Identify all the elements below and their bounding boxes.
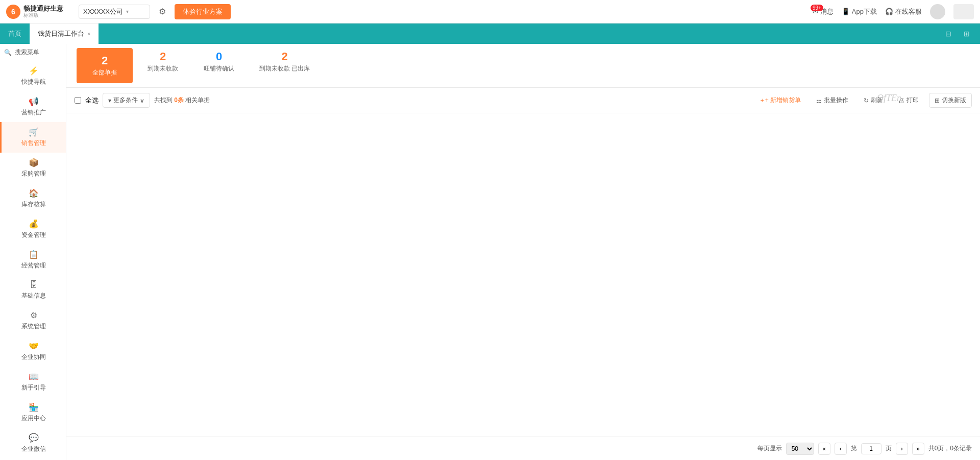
sidebar-item-xitong[interactable]: ⚙ 系统管理 — [0, 305, 66, 336]
batch-button[interactable]: ⚏ 批量操作 — [811, 93, 853, 107]
sidebar-item-xiaoshou[interactable]: 🛒 销售管理 — [0, 122, 66, 153]
prev-page-button[interactable]: ‹ — [835, 443, 847, 455]
prev-page-icon: ‹ — [840, 445, 842, 452]
phone-icon: 📱 — [842, 8, 850, 15]
table-area — [66, 113, 980, 437]
avatar[interactable] — [930, 4, 945, 19]
sidebar-search[interactable]: 🔍 搜索菜单 — [0, 44, 66, 61]
headset-icon: 🎧 — [885, 8, 893, 15]
sidebar-item-jichu[interactable]: 🗄 基础信息 — [0, 275, 66, 305]
sidebar-item-qiye[interactable]: 🤝 企业协同 — [0, 336, 66, 367]
page-size-select[interactable]: 50 100 200 — [786, 443, 814, 455]
house-icon: 🏠 — [29, 188, 39, 198]
stat-tab-wangpu[interactable]: 0 旺铺待确认 — [191, 44, 247, 87]
settings-button[interactable]: ⚙ — [154, 4, 170, 20]
tab-close-icon[interactable]: × — [87, 31, 90, 37]
content-area: 2 全部单据 2 到期未收款 0 旺铺待确认 2 到期未收款 已出库 — [66, 44, 980, 460]
page-suffix: 页 — [886, 444, 892, 453]
sidebar-label-kucun: 库存核算 — [21, 200, 46, 209]
chevron-down-icon: ▾ — [126, 9, 129, 14]
new-order-button[interactable]: + + 新增销货单 — [755, 93, 806, 107]
stats-tabs: 2 全部单据 2 到期未收款 0 旺铺待确认 2 到期未收款 已出库 — [66, 44, 980, 88]
tab-expand-button[interactable]: ⊞ — [960, 27, 974, 41]
sidebar-item-kucun[interactable]: 🏠 库存核算 — [0, 183, 66, 214]
stat-tab-all[interactable]: 2 全部单据 — [77, 48, 133, 83]
sidebar-item-caigou[interactable]: 📦 采购管理 — [0, 153, 66, 183]
next-page-button[interactable]: › — [896, 443, 908, 455]
database-icon: 🗄 — [30, 280, 38, 289]
plus-icon: + — [761, 97, 764, 104]
tab-home[interactable]: 首页 — [0, 23, 30, 44]
message-badge: 99+ — [811, 5, 823, 11]
megaphone-icon: 📢 — [29, 96, 39, 106]
header-right: ✉ 99+ 消息 📱 App下载 🎧 在线客服 — [813, 4, 974, 19]
sidebar-label-qiye: 企业协同 — [21, 353, 46, 361]
stat-tab-chuku[interactable]: 2 到期未收款 已出库 — [247, 44, 322, 87]
company-selector[interactable]: XXXXXX公司 ▾ — [79, 5, 150, 19]
first-page-button[interactable]: « — [818, 443, 830, 455]
page-input[interactable] — [861, 443, 881, 454]
page-label: 第 — [851, 444, 857, 453]
handshake-icon: 🤝 — [29, 341, 39, 351]
switch-version-button[interactable]: ⊞ 切换新版 — [929, 93, 972, 108]
toolbar-right: + + 新增销货单 ⚏ 批量操作 ↻ 刷新 🖨 打印 ⊞ 切换新版 — [755, 93, 972, 108]
tab-bar-actions: ⊟ ⊞ — [941, 27, 980, 41]
sidebar-item-weixin[interactable]: 💬 企业微信 — [0, 428, 66, 458]
sidebar-item-zijin[interactable]: 💰 资金管理 — [0, 214, 66, 245]
sidebar-item-kuaijie[interactable]: ⚡ 快捷导航 — [0, 61, 66, 91]
stat-label-all: 全部单据 — [92, 68, 117, 77]
sidebar-label-kuaijie: 快捷导航 — [21, 78, 46, 86]
select-all-checkbox[interactable] — [75, 97, 81, 104]
last-page-button[interactable]: » — [912, 443, 924, 455]
stat-count-all: 2 — [102, 54, 108, 67]
clipboard-icon: 📋 — [29, 250, 39, 259]
refresh-button[interactable]: ↻ 刷新 — [859, 93, 888, 107]
money-icon: 💰 — [29, 219, 39, 229]
filter-button[interactable]: ▾ 更多条件 ∨ — [103, 93, 150, 108]
service-label: 在线客服 — [895, 7, 922, 16]
service-button[interactable]: 🎧 在线客服 — [885, 7, 922, 16]
logo-text: 畅捷通好生意 标准版 — [23, 5, 63, 19]
pagination-bar: 每页显示 50 100 200 « ‹ 第 页 › » 共0页，0条记录 — [66, 437, 980, 460]
cart-icon: 🛒 — [29, 127, 39, 137]
switch-icon: ⊞ — [935, 97, 940, 104]
company-name: XXXXXX公司 — [83, 7, 123, 16]
found-text: 共找到 0条 相关单据 — [154, 96, 210, 105]
wechat-icon: 💬 — [29, 433, 39, 443]
sidebar-label-caigou: 采购管理 — [21, 170, 46, 178]
main-layout: 🔍 搜索菜单 ⚡ 快捷导航 📢 营销推广 🛒 销售管理 📦 采购管理 🏠 库存核… — [0, 44, 980, 460]
app-download-button[interactable]: 📱 App下载 — [842, 7, 877, 16]
stat-tab-expired[interactable]: 2 到期未收款 — [135, 44, 191, 87]
print-button[interactable]: 🖨 打印 — [893, 93, 924, 107]
gear-icon: ⚙ — [30, 310, 37, 320]
sidebar-item-jingying[interactable]: 📋 经营管理 — [0, 245, 66, 275]
stat-label-chuku: 到期未收款 已出库 — [259, 64, 310, 73]
sidebar-label-jichu: 基础信息 — [21, 292, 46, 300]
sidebar-label-yingxiao: 营销推广 — [21, 108, 46, 117]
sidebar-item-yingxiao[interactable]: 📢 营销推广 — [0, 91, 66, 122]
sidebar-label-xiaoshou: 销售管理 — [21, 139, 46, 148]
select-all-label: 全选 — [85, 96, 99, 105]
sidebar-label-xitong: 系统管理 — [21, 322, 46, 331]
flash-icon: ⚡ — [29, 66, 39, 76]
batch-icon: ⚏ — [816, 97, 822, 104]
tab-bar: 首页 钱货日清工作台 × ⊟ ⊞ — [0, 23, 980, 44]
stat-count-expired: 2 — [160, 50, 166, 63]
stat-label-expired: 到期未收款 — [148, 64, 178, 73]
message-button[interactable]: ✉ 99+ 消息 — [813, 7, 834, 16]
filter-icon: ▾ — [108, 97, 111, 104]
user-menu[interactable] — [953, 4, 974, 19]
filter-chevron-icon: ∨ — [140, 97, 144, 104]
store-icon: 🏪 — [29, 402, 39, 412]
sidebar-label-weixin: 企业微信 — [21, 445, 46, 453]
logo-sub: 标准版 — [23, 12, 63, 18]
sidebar-label-jingying: 经营管理 — [21, 261, 46, 270]
last-page-icon: » — [916, 445, 920, 452]
trial-button[interactable]: 体验行业方案 — [175, 4, 231, 19]
sidebar-item-xinshou[interactable]: 📖 新手引导 — [0, 367, 66, 397]
sidebar-label-zijin: 资金管理 — [21, 231, 46, 239]
tab-active[interactable]: 钱货日清工作台 × — [30, 23, 99, 44]
sidebar-item-yingyong[interactable]: 🏪 应用中心 — [0, 397, 66, 428]
app-label: App下载 — [852, 7, 877, 16]
tab-collapse-button[interactable]: ⊟ — [941, 27, 955, 41]
